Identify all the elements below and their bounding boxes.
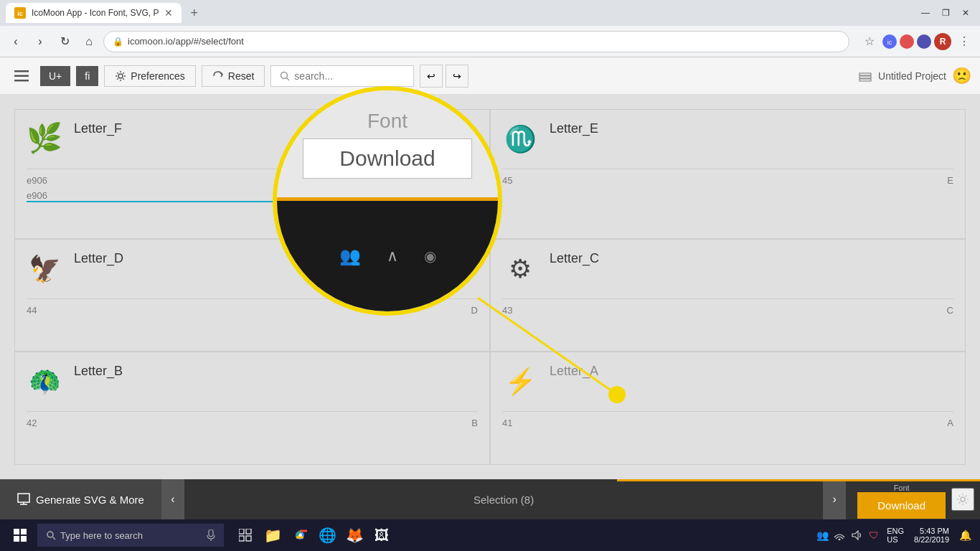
svg-marker-40 <box>852 531 858 540</box>
letter-f-code-input[interactable] <box>27 190 342 202</box>
undo-redo-controls: ↩ ↪ <box>420 65 468 88</box>
reload-button[interactable]: ↻ <box>55 32 75 52</box>
tab-close-btn[interactable]: ✕ <box>164 7 173 19</box>
download-button[interactable]: Download <box>857 492 946 519</box>
user-avatar[interactable]: R <box>934 33 951 50</box>
svg-text:⚙: ⚙ <box>509 254 532 283</box>
ext-icon-3[interactable] <box>917 34 931 49</box>
lock-icon: 🔒 <box>113 37 123 47</box>
letter-a-char: A <box>947 418 953 428</box>
taskbar-volume-icon[interactable] <box>849 528 864 542</box>
hamburger-menu-button[interactable] <box>9 63 34 89</box>
icon-cell-letter-d[interactable]: 🦅 Letter_D 44 D <box>14 239 490 352</box>
letter-e-image: ♏ <box>502 121 538 157</box>
app-toolbar: U+ fi Preferences Reset ↩ ↪ Untitled Pro… <box>0 57 980 95</box>
redo-button[interactable]: ↪ <box>446 65 468 88</box>
svg-rect-35 <box>239 536 244 541</box>
svg-rect-21 <box>18 494 29 502</box>
browser-tab[interactable]: ic IcoMoon App - Icon Font, SVG, P ✕ <box>6 3 182 23</box>
svg-rect-34 <box>246 529 251 534</box>
svg-rect-8 <box>14 80 29 82</box>
svg-point-5 <box>918 36 930 47</box>
letter-b-char: B <box>471 418 478 428</box>
taskbar-explorer[interactable]: 📁 <box>260 521 286 550</box>
expand-button[interactable]: › <box>823 479 846 519</box>
taskbar-clock[interactable]: 5:43 PM 8/22/2019 <box>910 527 953 544</box>
svg-text:🦅: 🦅 <box>29 253 61 284</box>
icon-cell-letter-b[interactable]: 🦚 Letter_B 42 B <box>14 352 490 465</box>
svg-point-39 <box>839 539 841 541</box>
browser-toolbar: ‹ › ↻ ⌂ 🔒 icomoon.io/app/#/select/font ☆… <box>0 26 980 57</box>
letter-c-char: C <box>947 305 953 316</box>
icon-cell-letter-a[interactable]: ⚡ Letter_A 41 A <box>490 352 966 465</box>
start-button[interactable] <box>6 521 34 550</box>
icon-cell-letter-f[interactable]: 🌿 Letter_F e906 □ <box>14 109 490 239</box>
forward-button[interactable]: › <box>30 32 50 52</box>
collapse-button[interactable]: ‹ <box>161 479 184 519</box>
minimize-button[interactable]: — <box>917 4 934 22</box>
generate-svg-button[interactable]: Generate SVG & More <box>0 479 161 519</box>
letter-d-code: 44 <box>27 305 37 316</box>
letter-c-code: 43 <box>502 305 512 316</box>
new-tab-button[interactable]: + <box>187 6 201 21</box>
taskbar-app-icons: 📁 🌐 🦊 🖼 <box>232 521 395 550</box>
bottom-bar-container: Generate SVG & More ‹ Selection (8) › Fo… <box>0 479 980 519</box>
home-button[interactable]: ⌂ <box>79 32 99 52</box>
taskbar-photos[interactable]: 🖼 <box>369 521 395 550</box>
svg-rect-25 <box>14 529 19 534</box>
svg-text:ic: ic <box>17 10 23 17</box>
icon-grid: 🌿 Letter_F e906 □ ♏ Letter <box>0 95 980 479</box>
close-button[interactable]: ✕ <box>957 4 974 22</box>
tab-title: IcoMoon App - Icon Font, SVG, P <box>32 8 159 18</box>
svg-rect-27 <box>14 536 19 542</box>
reset-button[interactable]: Reset <box>202 65 265 87</box>
toolbar-right: ☆ ic R ⋮ <box>859 32 974 52</box>
taskbar-people-icon[interactable]: 👥 <box>815 528 829 542</box>
ext-icon-1[interactable]: ic <box>882 34 897 49</box>
microphone-icon <box>207 529 215 541</box>
address-bar[interactable]: 🔒 icomoon.io/app/#/select/font <box>103 31 849 52</box>
letter-c-image: ⚙ <box>502 251 538 287</box>
taskbar-taskview[interactable] <box>232 521 258 550</box>
menu-button[interactable]: ⋮ <box>954 32 974 52</box>
bookmark-button[interactable]: ☆ <box>859 32 880 52</box>
letter-b-name: Letter_B <box>74 364 123 379</box>
taskbar-edge[interactable]: 🌐 <box>314 521 340 550</box>
taskbar-firefox[interactable]: 🦊 <box>341 521 367 550</box>
taskbar: Type here to search 📁 🌐 🦊 🖼 👥 🛡 <box>0 519 980 551</box>
letter-e-code: 45 <box>502 175 512 186</box>
taskbar-notification-button[interactable]: 🔔 <box>956 529 974 541</box>
svg-text:♏: ♏ <box>504 123 537 154</box>
taskbar-search[interactable]: Type here to search <box>37 524 224 547</box>
font-settings-button[interactable] <box>951 488 974 511</box>
svg-text:ic: ic <box>887 39 892 46</box>
taskbar-chrome[interactable] <box>287 521 313 550</box>
search-input[interactable] <box>294 70 395 82</box>
font-download-area: Font Download <box>846 481 980 519</box>
taskbar-time: 5:43 PM <box>920 527 949 535</box>
taskbar-network-icon[interactable] <box>832 528 847 542</box>
maximize-button[interactable]: ❐ <box>937 4 954 22</box>
project-name[interactable]: Untitled Project <box>878 70 946 82</box>
back-button[interactable]: ‹ <box>6 32 26 52</box>
ext-icon-2[interactable] <box>900 34 914 49</box>
svg-rect-26 <box>21 529 27 534</box>
svg-rect-31 <box>209 529 213 537</box>
taskbar-right: 👥 🛡 ENGUS 5:43 PM 8/22/2019 🔔 <box>815 527 974 544</box>
preferences-label: Preferences <box>131 70 184 82</box>
generate-icon <box>17 493 30 506</box>
undo-button[interactable]: ↩ <box>420 65 443 88</box>
unicode-button[interactable]: U+ <box>40 66 70 86</box>
fi-button[interactable]: fi <box>76 66 98 86</box>
letter-d-image: 🦅 <box>27 251 62 287</box>
taskbar-security-icon[interactable]: 🛡 <box>867 528 881 542</box>
gear-icon <box>115 70 126 82</box>
reset-icon <box>212 70 224 82</box>
letter-c-name: Letter_C <box>550 251 599 266</box>
preferences-button[interactable]: Preferences <box>104 65 195 87</box>
icon-cell-letter-c[interactable]: ⚙ Letter_C 43 C <box>490 239 966 352</box>
svg-point-10 <box>281 72 288 78</box>
window-controls: — ❐ ✕ <box>917 4 974 22</box>
search-box[interactable] <box>270 65 414 87</box>
icon-cell-letter-e[interactable]: ♏ Letter_E 45 E <box>490 109 966 239</box>
